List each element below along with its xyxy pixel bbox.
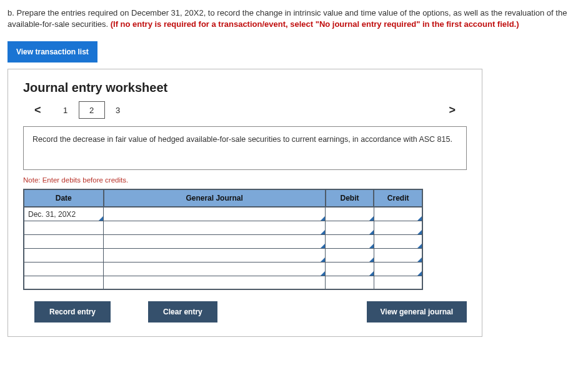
gj-cell[interactable]: [104, 248, 326, 262]
step-tab-2[interactable]: 2: [79, 101, 105, 119]
col-header-general-journal: General Journal: [104, 189, 326, 207]
col-header-date: Date: [24, 189, 104, 207]
gj-cell[interactable]: [104, 221, 326, 234]
debit-cell[interactable]: [326, 221, 374, 234]
view-general-journal-button[interactable]: View general journal: [367, 301, 467, 322]
debit-cell[interactable]: [326, 207, 374, 221]
date-cell[interactable]: [24, 234, 104, 248]
col-header-debit: Debit: [326, 189, 374, 207]
credit-cell[interactable]: [374, 248, 422, 262]
table-row: [24, 262, 422, 276]
date-cell[interactable]: [24, 262, 104, 276]
next-step-button[interactable]: >: [437, 104, 467, 117]
debits-before-credits-note: Note: Enter debits before credits.: [23, 176, 467, 184]
record-entry-button[interactable]: Record entry: [34, 301, 111, 322]
debit-cell[interactable]: [326, 276, 374, 289]
gj-cell[interactable]: [104, 234, 326, 248]
date-cell[interactable]: [24, 221, 104, 234]
journal-entry-table: Date General Journal Debit Credit Dec. 3…: [23, 189, 423, 290]
view-transaction-list-button[interactable]: View transaction list: [7, 41, 97, 62]
table-row: Dec. 31, 20X2: [24, 207, 422, 221]
table-row: [24, 248, 422, 262]
table-row: [24, 221, 422, 234]
date-cell[interactable]: [24, 276, 104, 289]
entry-instruction: Record the decrease in fair value of hed…: [23, 126, 467, 170]
debit-cell[interactable]: [326, 262, 374, 276]
credit-cell[interactable]: [374, 276, 422, 289]
debit-cell[interactable]: [326, 248, 374, 262]
col-header-credit: Credit: [374, 189, 422, 207]
credit-cell[interactable]: [374, 234, 422, 248]
step-nav: < 1 2 3 >: [23, 101, 467, 119]
debit-cell[interactable]: [326, 234, 374, 248]
gj-cell[interactable]: [104, 276, 326, 289]
credit-cell[interactable]: [374, 221, 422, 234]
table-row: [24, 234, 422, 248]
entry-buttons: Record entry Clear entry View general jo…: [34, 301, 467, 322]
gj-cell[interactable]: [104, 262, 326, 276]
prev-step-button[interactable]: <: [23, 104, 52, 117]
step-tab-1[interactable]: 1: [52, 101, 79, 119]
worksheet-title: Journal entry worksheet: [23, 81, 467, 95]
prompt-part-label: b.: [7, 8, 14, 18]
step-tab-3[interactable]: 3: [105, 101, 131, 119]
credit-cell[interactable]: [374, 262, 422, 276]
table-row: [24, 276, 422, 289]
clear-entry-button[interactable]: Clear entry: [148, 301, 217, 322]
date-cell[interactable]: [24, 248, 104, 262]
question-prompt: b. Prepare the entries required on Decem…: [7, 8, 581, 30]
prompt-warning-text: (If no entry is required for a transacti…: [111, 19, 519, 29]
credit-cell[interactable]: [374, 207, 422, 221]
gj-cell[interactable]: [104, 207, 326, 221]
journal-entry-worksheet: Journal entry worksheet < 1 2 3 > Record…: [7, 69, 482, 337]
date-cell[interactable]: Dec. 31, 20X2: [24, 207, 104, 221]
